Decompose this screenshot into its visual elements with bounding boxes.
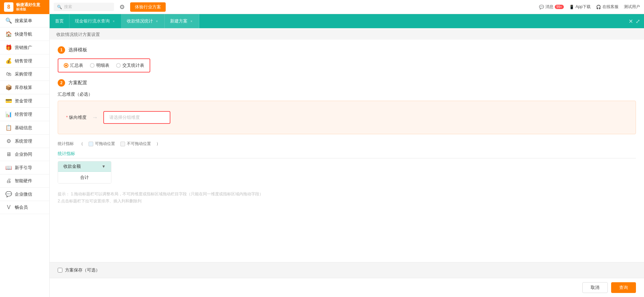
tab-collection[interactable]: 收款情况统计 × [121,14,165,28]
sidebar-item-collab[interactable]: 🖥 企业协同 [0,148,49,161]
step2-number: 2 [58,79,65,87]
save-checkbox[interactable] [58,268,62,273]
sidebar-item-marketing[interactable]: 🎁 营销推广 [0,41,49,54]
topbar-actions: 💬 消息 99+ 📱 App下载 🎧 在线客服 测试用户 [539,4,640,10]
sidebar-logo: 8 畅捷通好生意 标准版 [0,0,49,14]
save-section: 方案保存（可选） [50,262,644,278]
industry-button[interactable]: 体验行业方案 [130,2,166,12]
step1-header: 1 选择模板 [58,46,636,54]
step2-section: 2 方案配置 汇总维度（必选） * 纵向维度 → 请选择分组维度 [58,79,636,204]
dimension-area: * 纵向维度 → 请选择分组维度 [58,101,636,134]
member-icon: V [5,204,12,210]
metrics-section-title: 统计指标 [58,151,636,158]
step1-title: 选择模板 [68,47,87,53]
dimension-selector[interactable]: 请选择分组维度 [103,111,170,124]
sidebar-item-nav[interactable]: 🏠 快捷导航 [0,28,49,41]
metrics-table: 收款金额 ▼ 合计 [58,161,111,184]
dimension-arrow-icon: → [92,114,98,121]
metrics-legend-title: 统计指标 [58,141,74,147]
tab-close-icon[interactable]: ✕ [629,18,633,24]
search-bar[interactable]: 🔍 搜索 [54,3,114,11]
tab-cash-flow[interactable]: 现金银行流水查询 × [69,14,121,28]
radio-cross-circle [116,63,121,68]
search-icon: 🔍 [5,17,12,24]
search-placeholder: 搜索 [64,4,72,10]
basic-icon: 📋 [5,125,12,131]
navtabs: 首页 现金银行流水查询 × 收款情况统计 × 新建方案 × ✕ ⤢ [50,14,644,28]
guide-icon: 📖 [5,164,12,171]
metrics-section: 统计指标（ 可拖动位置 不可拖动位置 ） 统计指标 收款金额 [58,141,636,185]
sidebar-item-label: 采购管理 [15,71,32,77]
legend-fixed: 不可拖动位置 [120,141,151,147]
collab-icon: 🖥 [5,151,12,157]
gift-icon: 🎁 [5,44,12,51]
step2-header: 2 方案配置 [58,79,636,87]
sidebar-item-system[interactable]: ⚙ 系统管理 [0,135,49,148]
finance-icon: 💳 [5,98,12,104]
sidebar-item-label: 企业协同 [15,151,32,157]
tab-new-plan-close[interactable]: × [190,19,194,23]
sidebar-item-hardware[interactable]: 🖨 智能硬件 [0,175,49,188]
service-action[interactable]: 🎧 在线客服 [596,4,619,10]
settings-icon[interactable]: ⚙ [119,3,125,11]
sidebar-item-label: 快捷导航 [15,31,32,37]
content-area: 收款情况统计方案设置 1 选择模板 汇总表 [50,28,644,297]
query-button[interactable]: 查询 [611,282,636,293]
tab-expand-icon[interactable]: ⤢ [636,18,640,24]
radio-detail-label: 明细表 [96,62,109,68]
logo-icon: 8 [4,2,13,12]
tab-home-label: 首页 [55,18,64,24]
legend-draggable-label: 可拖动位置 [95,141,115,147]
sidebar-item-label: 畅会员 [15,204,28,210]
message-icon: 💬 [539,5,544,9]
sidebar-item-label: 系统管理 [15,138,32,144]
tab-cash-flow-close[interactable]: × [112,19,116,23]
download-action[interactable]: 📱 App下载 [569,4,591,10]
tab-collection-close[interactable]: × [155,19,159,23]
dimension-placeholder: 请选择分组维度 [109,115,140,120]
sidebar-item-basic[interactable]: 📋 基础信息 [0,121,49,135]
sidebar-item-finance[interactable]: 💳 资金管理 [0,94,49,108]
tab-new-plan[interactable]: 新建方案 × [165,14,199,28]
metrics-dropdown-icon[interactable]: ▼ [102,164,106,169]
bottom-bar: 取消 查询 [50,278,644,297]
logo-name: 畅捷通好生意 [16,2,40,7]
radio-detail-circle [90,63,95,68]
sidebar-item-sales[interactable]: 💰 销售管理 [0,54,49,68]
sidebar-item-wechat[interactable]: 💬 企业微信 [0,188,49,201]
sidebar: 8 畅捷通好生意 标准版 🔍 搜索菜单 🏠 快捷导航 🎁 营销推广 💰 销售管理… [0,0,50,297]
metrics-header[interactable]: 收款金额 ▼ [58,161,111,172]
sidebar-item-label: 营销推广 [15,45,32,51]
sidebar-item-management[interactable]: 📊 经营管理 [0,108,49,121]
sidebar-item-inventory[interactable]: 📦 库存核算 [0,81,49,94]
sidebar-item-purchase[interactable]: 🛍 采购管理 [0,68,49,81]
radio-cross[interactable]: 交叉统计表 [116,62,144,68]
legend-draggable: 可拖动位置 [89,141,115,147]
dimension-section-label: 汇总维度（必选） [58,91,636,97]
logo-text-block: 畅捷通好生意 标准版 [16,2,40,12]
tab-home[interactable]: 首页 [50,14,69,28]
tab-new-plan-label: 新建方案 [170,18,187,24]
message-action[interactable]: 💬 消息 99+ [539,4,564,10]
user-name: 测试用户 [624,4,640,10]
sidebar-item-guide[interactable]: 📖 新手引导 [0,161,49,175]
page-header: 收款情况统计方案设置 [50,28,644,40]
logo-version: 标准版 [16,7,40,12]
radio-cross-label: 交叉统计表 [122,62,144,68]
sidebar-item-member[interactable]: V 畅会员 [0,201,49,214]
radio-summary[interactable]: 汇总表 [64,62,83,68]
tab-collection-label: 收款情况统计 [127,18,153,24]
cancel-button[interactable]: 取消 [582,282,608,293]
sales-icon: 💰 [5,58,12,64]
service-icon: 🎧 [596,5,601,9]
sidebar-item-search[interactable]: 🔍 搜索菜单 [0,14,49,28]
sidebar-item-label: 销售管理 [15,58,32,64]
user-action[interactable]: 测试用户 [624,4,640,10]
step2-title: 方案配置 [68,80,87,86]
dimension-title: 汇总维度（必选） [58,92,93,97]
management-icon: 📊 [5,111,12,117]
radio-summary-label: 汇总表 [70,62,83,68]
navtabs-actions: ✕ ⤢ [625,14,644,28]
radio-detail[interactable]: 明细表 [90,62,109,68]
sidebar-item-label: 新手引导 [15,165,32,171]
